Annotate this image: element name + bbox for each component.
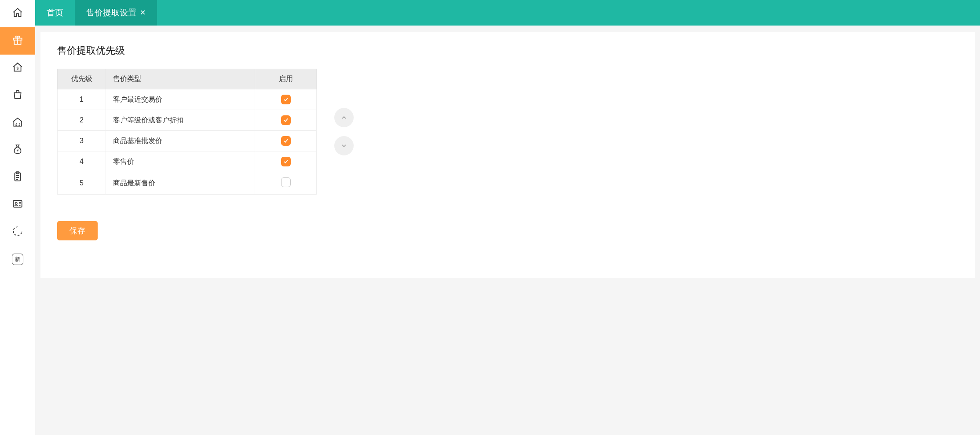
table-header-row: 优先级 售价类型 启用 <box>58 69 317 89</box>
move-down-button[interactable] <box>334 136 354 155</box>
cell-type: 商品基准批发价 <box>106 131 255 151</box>
table-row[interactable]: 1 客户最近交易价 <box>58 89 317 110</box>
move-buttons <box>334 108 354 155</box>
new-icon: 新 <box>12 254 23 265</box>
cell-enable <box>255 151 317 172</box>
sidebar-item-new[interactable]: 新 <box>0 246 35 273</box>
move-up-button[interactable] <box>334 108 354 127</box>
svg-text:¥: ¥ <box>16 148 19 152</box>
content-wrap: 售价提取优先级 优先级 售价类型 启用 1 客户最近交易价 <box>35 26 980 291</box>
enable-checkbox[interactable] <box>281 157 291 166</box>
sidebar-item-bag[interactable] <box>0 82 35 109</box>
loading-icon <box>12 225 23 239</box>
table-row[interactable]: 5 商品最新售价 <box>58 172 317 195</box>
save-button[interactable]: 保存 <box>57 221 98 240</box>
cell-type: 客户最近交易价 <box>106 89 255 110</box>
tab-label: 售价提取设置 <box>86 7 136 18</box>
home-icon <box>12 7 23 20</box>
enable-checkbox[interactable] <box>281 177 291 187</box>
clipboard-icon <box>12 171 23 184</box>
cell-enable <box>255 131 317 151</box>
cell-type: 客户等级价或客户折扣 <box>106 110 255 131</box>
cell-priority: 1 <box>58 89 106 110</box>
table-area: 优先级 售价类型 启用 1 客户最近交易价 <box>57 69 958 195</box>
cell-priority: 4 <box>58 151 106 172</box>
cell-priority: 5 <box>58 172 106 195</box>
chevron-down-icon <box>340 142 347 149</box>
check-icon <box>283 159 289 165</box>
main: 首页 售价提取设置 ✕ 售价提取优先级 优先级 售价类型 启用 <box>35 0 980 435</box>
sidebar-item-id-card[interactable] <box>0 191 35 218</box>
tab-bar: 首页 售价提取设置 ✕ <box>35 0 980 26</box>
sidebar: $ ¥ 新 <box>0 0 35 435</box>
tab-label: 首页 <box>47 7 63 18</box>
yuan-bag-icon: ¥ <box>12 144 23 157</box>
col-header-enable: 启用 <box>255 69 317 89</box>
cell-type: 零售价 <box>106 151 255 172</box>
priority-table: 优先级 售价类型 启用 1 客户最近交易价 <box>57 69 317 195</box>
check-icon <box>283 117 289 123</box>
check-icon <box>283 96 289 103</box>
sidebar-item-loading[interactable] <box>0 218 35 246</box>
sidebar-item-gift[interactable] <box>0 27 35 55</box>
sidebar-item-warehouse[interactable] <box>0 109 35 136</box>
money-home-icon: $ <box>12 62 23 75</box>
cell-enable <box>255 110 317 131</box>
page-title: 售价提取优先级 <box>57 44 958 57</box>
table-row[interactable]: 4 零售价 <box>58 151 317 172</box>
priority-table-body: 1 客户最近交易价 2 客户等级价或客户折扣 <box>58 89 317 195</box>
table-row[interactable]: 2 客户等级价或客户折扣 <box>58 110 317 131</box>
col-header-priority: 优先级 <box>58 69 106 89</box>
id-card-icon <box>12 198 23 211</box>
chevron-up-icon <box>340 114 347 121</box>
cell-enable <box>255 89 317 110</box>
check-icon <box>283 138 289 144</box>
enable-checkbox[interactable] <box>281 95 291 104</box>
col-header-type: 售价类型 <box>106 69 255 89</box>
sidebar-item-yuan-bag[interactable]: ¥ <box>0 136 35 164</box>
cell-type: 商品最新售价 <box>106 172 255 195</box>
cell-priority: 3 <box>58 131 106 151</box>
content-card: 售价提取优先级 优先级 售价类型 启用 1 客户最近交易价 <box>40 32 975 278</box>
enable-checkbox[interactable] <box>281 136 291 146</box>
close-icon[interactable]: ✕ <box>140 9 146 16</box>
sidebar-item-clipboard[interactable] <box>0 164 35 191</box>
enable-checkbox[interactable] <box>281 115 291 125</box>
sidebar-item-home[interactable] <box>0 0 35 27</box>
bag-icon <box>12 89 23 102</box>
svg-text:$: $ <box>17 66 19 70</box>
cell-enable <box>255 172 317 195</box>
tab-home[interactable]: 首页 <box>35 0 75 26</box>
tab-price-extract-settings[interactable]: 售价提取设置 ✕ <box>75 0 157 26</box>
svg-point-7 <box>15 203 17 204</box>
sidebar-item-money-home[interactable]: $ <box>0 55 35 82</box>
table-row[interactable]: 3 商品基准批发价 <box>58 131 317 151</box>
gift-icon <box>12 34 23 48</box>
cell-priority: 2 <box>58 110 106 131</box>
warehouse-icon <box>12 116 23 129</box>
